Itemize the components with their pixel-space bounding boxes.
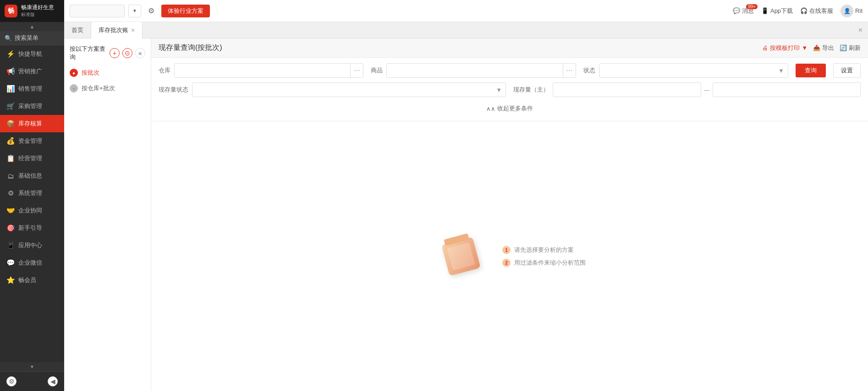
product-dots-button[interactable]: ···: [563, 64, 576, 77]
sidebar-item-label: 资金管理: [18, 137, 42, 145]
sidebar-item-marketing[interactable]: 📢 营销推广: [0, 63, 64, 80]
filter-scheme-header: 按以下方案查询 + ⊙ «: [64, 43, 151, 65]
sidebar-search[interactable]: 🔍 搜索菜单: [0, 31, 64, 45]
sidebar-item-sales[interactable]: 📊 销售管理: [0, 80, 64, 98]
tab-close-all-button[interactable]: ×: [853, 26, 868, 34]
filter-scheme-actions: + ⊙ «: [110, 48, 145, 58]
quantity-field: 现存量（主） —: [513, 82, 861, 97]
topbar-left: ▼ ⚙ 体验行业方案: [70, 5, 729, 17]
warehouse-dots-button[interactable]: ···: [350, 64, 363, 77]
tab-bar: 首页 库存批次账 × ×: [64, 22, 868, 38]
export-button[interactable]: 📤 导出: [813, 44, 834, 52]
filter-settings-button[interactable]: 设置: [833, 63, 861, 78]
print-dropdown-icon[interactable]: ▼: [802, 44, 808, 51]
app-download-button[interactable]: 📱 App下载: [761, 7, 793, 15]
sidebar-item-label: 营销推广: [18, 67, 42, 76]
warehouse-input[interactable]: [175, 63, 350, 78]
refresh-button[interactable]: 🔄 刷新: [840, 44, 861, 52]
sidebar-item-guide[interactable]: 🎯 新手引导: [0, 219, 64, 237]
sidebar-item-label: 经营管理: [18, 154, 42, 163]
sidebar-settings-button[interactable]: ⚙: [6, 376, 16, 386]
tab-home[interactable]: 首页: [64, 22, 91, 38]
app-download-label: App下载: [770, 7, 793, 15]
print-label: 按模板打印: [770, 44, 800, 52]
filter-collapse-button[interactable]: ∧∧ 收起更多条件: [159, 102, 861, 115]
product-input[interactable]: [387, 63, 562, 78]
sidebar-item-operations[interactable]: 📋 经营管理: [0, 150, 64, 167]
user-name: Rit: [855, 7, 863, 14]
tab-inventory-batch[interactable]: 库存批次账 ×: [91, 22, 143, 38]
messages-badge: 99+: [746, 4, 758, 9]
chevron-down-icon: ▼: [132, 8, 137, 13]
sidebar-item-purchase[interactable]: 🛒 采购管理: [0, 98, 64, 115]
sidebar-collapse-button[interactable]: ◀: [48, 376, 58, 386]
page-title: 现存量查询(按批次): [159, 43, 222, 53]
quantity-range: —: [553, 82, 861, 97]
quantity-from-input[interactable]: [553, 82, 701, 97]
guide-icon: 🎯: [6, 224, 15, 232]
system-icon: ⚙: [6, 189, 15, 197]
empty-illustration: [434, 229, 489, 284]
scheme-label: 按仓库+批次: [82, 84, 115, 92]
sidebar-item-wechat[interactable]: 💬 企业微信: [0, 254, 64, 272]
sidebar-item-system[interactable]: ⚙ 系统管理: [0, 185, 64, 202]
filter-scheme-label: 按以下方案查询: [70, 45, 110, 61]
member-icon: ⭐: [6, 276, 15, 284]
empty-state: 1 请先选择要分析的方案 2 用过滤条件来缩小分析范围: [151, 121, 868, 391]
settings-circle-icon: ⊙: [125, 49, 130, 57]
scheme-item-by-warehouse-batch[interactable]: ○ 按仓库+批次: [64, 81, 151, 96]
sidebar-item-member[interactable]: ⭐ 畅会员: [0, 272, 64, 289]
sidebar-scroll-up[interactable]: ▲: [0, 22, 64, 31]
online-service-button[interactable]: 🎧 在线客服: [800, 7, 833, 15]
sidebar-item-inventory[interactable]: 📦 库存核算: [0, 115, 64, 132]
sidebar-item-label: 库存核算: [18, 119, 42, 128]
basic-icon: 🗂: [6, 172, 15, 180]
filter-row-2: 现存量状态 ▼ 现存量（主） —: [159, 82, 861, 97]
scheme-label: 按批次: [82, 69, 99, 77]
empty-hints: 1 请先选择要分析的方案 2 用过滤条件来缩小分析范围: [502, 246, 586, 267]
topbar-search-input[interactable]: [70, 5, 125, 17]
print-button[interactable]: 🖨 按模板打印 ▼: [762, 44, 808, 52]
tab-close-button[interactable]: ×: [131, 27, 135, 34]
wechat-icon: 💬: [6, 259, 15, 267]
warehouse-input-group: ···: [174, 63, 363, 78]
topbar-settings-button[interactable]: ⚙: [145, 5, 158, 17]
inventory-status-select[interactable]: ▼: [192, 82, 506, 97]
quantity-to-input[interactable]: [713, 82, 861, 97]
inventory-status-label: 现存量状态: [159, 86, 188, 94]
sidebar-scroll-down[interactable]: ▼: [0, 362, 64, 371]
sales-icon: 📊: [6, 85, 15, 93]
close-icon: ×: [858, 26, 863, 34]
sidebar-item-apps[interactable]: 📱 应用中心: [0, 237, 64, 254]
page-title-actions: 🖨 按模板打印 ▼ 📤 导出 🔄 刷新: [762, 44, 861, 52]
sidebar-item-label: 快捷导航: [18, 50, 42, 58]
user-menu-button[interactable]: 👤 Rit: [841, 5, 863, 17]
sidebar: 畅 畅康通好生意 标准版 ▲ 🔍 搜索菜单 ⚡ 快捷导航 📢 营销推广 📊 销售…: [0, 0, 64, 391]
search-icon: 🔍: [5, 35, 12, 42]
topbar-right: 💬 消息 99+ 📱 App下载 🎧 在线客服 👤 Rit: [733, 5, 863, 17]
collapse-panel-button[interactable]: «: [135, 48, 145, 58]
scheme-item-by-batch[interactable]: ● 按批次: [64, 65, 151, 81]
main-area: ▼ ⚙ 体验行业方案 💬 消息 99+ 📱 App下载 🎧 在线客服: [64, 0, 868, 391]
sidebar-footer: ⚙ ◀: [0, 371, 64, 391]
sidebar-item-basic[interactable]: 🗂 基础信息: [0, 167, 64, 185]
add-scheme-button[interactable]: +: [110, 48, 120, 58]
status-label: 状态: [583, 66, 595, 75]
sidebar-item-quick-nav[interactable]: ⚡ 快捷导航: [0, 45, 64, 63]
messages-button[interactable]: 💬 消息 99+: [733, 7, 754, 15]
experience-button[interactable]: 体验行业方案: [161, 5, 210, 17]
scheme-settings-button[interactable]: ⊙: [122, 48, 132, 58]
sidebar-item-enterprise[interactable]: 🤝 企业协同: [0, 202, 64, 219]
status-select[interactable]: ▼: [599, 63, 788, 78]
app-title: 畅康通好生意: [21, 4, 54, 11]
sidebar-item-label: 企业协同: [18, 206, 42, 215]
tab-home-label: 首页: [71, 26, 83, 34]
topbar-dropdown-button[interactable]: ▼: [128, 5, 141, 17]
finance-icon: 💰: [6, 137, 15, 145]
gear-icon: ⚙: [148, 6, 154, 15]
empty-hint-2: 2 用过滤条件来缩小分析范围: [502, 259, 586, 267]
sidebar-item-finance[interactable]: 💰 资金管理: [0, 132, 64, 150]
sidebar-item-label: 企业微信: [18, 259, 42, 267]
quantity-label: 现存量（主）: [513, 86, 549, 94]
query-button[interactable]: 查询: [796, 64, 826, 77]
